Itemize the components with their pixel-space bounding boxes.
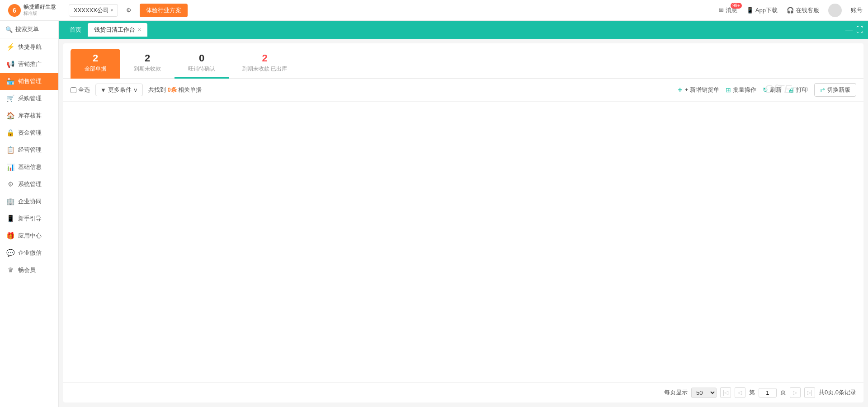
experience-button[interactable]: 体验行业方案 bbox=[140, 4, 188, 17]
message-button[interactable]: ✉ 消息 99+ bbox=[719, 6, 737, 14]
sidebar-item-label-app-center: 应用中心 bbox=[18, 232, 42, 240]
next-page-button[interactable]: ▷ bbox=[790, 387, 801, 398]
plus-icon: + bbox=[678, 86, 682, 94]
sidebar-item-label-enterprise-wechat: 企业微信 bbox=[18, 249, 42, 257]
chevron-down-icon: ▾ bbox=[111, 8, 113, 13]
tab-bar-actions: — ⛶ bbox=[845, 26, 863, 34]
sidebar-item-finance[interactable]: 🔒资金管理 bbox=[0, 124, 58, 141]
service-icon: 🎧 bbox=[787, 7, 794, 14]
message-icon: ✉ bbox=[719, 7, 724, 14]
app-download-button[interactable]: 📱 App下载 bbox=[746, 6, 778, 14]
sidebar-item-quick-nav[interactable]: ⚡快捷导航 bbox=[0, 38, 58, 56]
select-all-input[interactable] bbox=[71, 87, 76, 93]
last-page-button[interactable]: ▷| bbox=[804, 387, 815, 398]
company-selector[interactable]: XXXXXX公司 ▾ bbox=[69, 4, 118, 17]
batch-op-button[interactable]: ⊞ 批量操作 bbox=[726, 86, 756, 94]
sidebar-item-label-system: 系统管理 bbox=[18, 180, 42, 188]
sidebar-item-enterprise-wechat[interactable]: 💬企业微信 bbox=[0, 244, 58, 262]
purchase-icon: 🛒 bbox=[6, 94, 14, 103]
company-name: XXXXXX公司 bbox=[74, 6, 109, 14]
stat-label-all: 全部单据 bbox=[85, 65, 106, 73]
sidebar-item-guide[interactable]: 📱新手引导 bbox=[0, 210, 58, 227]
filter-icon: ▼ bbox=[100, 87, 106, 94]
online-service-button[interactable]: 🎧 在线客服 bbox=[787, 6, 819, 14]
main-content: 2 全部单据 2 到期未收款 0 旺铺待确认 2 到期未收款 已出库 全选 ▼ … bbox=[59, 39, 868, 407]
tab-cash-work[interactable]: 钱货日清工作台 × bbox=[88, 23, 147, 37]
tab-bar: 首页 钱货日清工作台 × — ⛶ bbox=[59, 21, 868, 39]
sidebar-item-member[interactable]: ♛畅会员 bbox=[0, 262, 58, 279]
stat-tab-all[interactable]: 2 全部单据 bbox=[71, 49, 120, 79]
chevron-down-icon: ∨ bbox=[133, 87, 138, 94]
tab-close-icon[interactable]: × bbox=[138, 27, 141, 33]
stat-count-overdue-uncollected: 2 bbox=[145, 52, 150, 64]
result-count: 0条 bbox=[168, 86, 177, 93]
per-page-label: 每页显示 bbox=[664, 388, 688, 397]
print-button[interactable]: 🖨 打印 bbox=[788, 86, 808, 94]
content-area: 2 全部单据 2 到期未收款 0 旺铺待确认 2 到期未收款 已出库 全选 ▼ … bbox=[63, 43, 863, 402]
print-icon: 🖨 bbox=[788, 86, 794, 94]
toolbar: 全选 ▼ 更多条件 ∨ 共找到 0条 相关单据 + + 新增销货单 ⊞ 批量操作 bbox=[63, 79, 863, 102]
sidebar-search[interactable]: 🔍 搜索菜单 bbox=[0, 21, 58, 38]
refresh-label: 刷新 bbox=[770, 86, 782, 94]
sidebar-item-purchase[interactable]: 🛒采购管理 bbox=[0, 90, 58, 107]
page-label: 第 bbox=[749, 388, 755, 397]
stat-tab-wangpu-pending[interactable]: 0 旺铺待确认 bbox=[175, 49, 229, 79]
select-all-checkbox[interactable]: 全选 bbox=[71, 86, 90, 94]
sidebar-item-enterprise-coop[interactable]: 🏢企业协同 bbox=[0, 193, 58, 210]
stat-count-all: 2 bbox=[93, 52, 98, 64]
operations-icon: 📋 bbox=[6, 146, 14, 154]
message-badge: 99+ bbox=[731, 3, 742, 9]
header-right: ✉ 消息 99+ 📱 App下载 🎧 在线客服 账号 bbox=[719, 4, 863, 17]
sidebar: 畅捷通好生意 标准版 🔍 搜索菜单 ⚡快捷导航📢营销推广🏪销售管理🛒采购管理🏠库… bbox=[0, 0, 59, 407]
inventory-icon: 🏠 bbox=[6, 112, 14, 120]
tab-home-label: 首页 bbox=[70, 26, 81, 34]
stat-tab-overdue-unshipped[interactable]: 2 到期未收款 已出库 bbox=[229, 49, 301, 79]
tab-cash-work-label: 钱货日清工作台 bbox=[94, 26, 135, 34]
more-filters-button[interactable]: ▼ 更多条件 ∨ bbox=[95, 84, 143, 96]
top-header: 6 畅捷通好生意 标准版 XXXXXX公司 ▾ ⚙ 体验行业方案 ✉ 消息 99… bbox=[0, 0, 868, 21]
page-input[interactable] bbox=[759, 388, 777, 398]
basic-info-icon: 📊 bbox=[6, 163, 14, 171]
sidebar-item-basic-info[interactable]: 📊基础信息 bbox=[0, 159, 58, 176]
pagination: 每页显示 50 100 |◁ ◁ 第 页 ▷ ▷| 共0页,0条记录 bbox=[63, 382, 863, 402]
per-page-select[interactable]: 50 100 bbox=[691, 388, 717, 398]
print-label: 打印 bbox=[796, 86, 808, 94]
switch-version-button[interactable]: ⇄ 切换新版 bbox=[814, 83, 856, 97]
stat-count-overdue-unshipped: 2 bbox=[262, 52, 268, 64]
batch-icon: ⊞ bbox=[726, 86, 731, 94]
avatar[interactable] bbox=[828, 4, 842, 17]
settings-button[interactable]: ⚙ bbox=[123, 4, 135, 17]
batch-op-label: 批量操作 bbox=[733, 86, 756, 94]
switch-icon: ⇄ bbox=[820, 87, 825, 94]
finance-icon: 🔒 bbox=[6, 129, 14, 137]
stat-tab-overdue-uncollected[interactable]: 2 到期未收款 bbox=[120, 49, 175, 79]
first-page-button[interactable]: |◁ bbox=[720, 387, 731, 398]
tab-minimize-icon[interactable]: — bbox=[845, 26, 853, 34]
sidebar-item-app-center[interactable]: 🎁应用中心 bbox=[0, 227, 58, 244]
enterprise-coop-icon: 🏢 bbox=[6, 197, 14, 206]
prev-page-button[interactable]: ◁ bbox=[735, 387, 745, 398]
stat-count-wangpu-pending: 0 bbox=[199, 52, 204, 64]
total-label: 共0页,0条记录 bbox=[819, 388, 856, 397]
sidebar-item-label-inventory: 库存核算 bbox=[18, 112, 42, 120]
add-sale-button[interactable]: + + 新增销货单 bbox=[678, 86, 719, 94]
result-text: 共找到 0条 相关单据 bbox=[148, 86, 202, 94]
sidebar-item-system[interactable]: ⚙系统管理 bbox=[0, 176, 58, 193]
sidebar-item-inventory[interactable]: 🏠库存核算 bbox=[0, 107, 58, 124]
tab-expand-icon[interactable]: ⛶ bbox=[856, 26, 863, 34]
sidebar-items: ⚡快捷导航📢营销推广🏪销售管理🛒采购管理🏠库存核算🔒资金管理📋经营管理📊基础信息… bbox=[0, 38, 58, 279]
toolbar-right: + + 新增销货单 ⊞ 批量操作 ↻ 刷新 🖨 打印 ⇄ 切换新版 bbox=[678, 83, 856, 97]
sidebar-item-label-basic-info: 基础信息 bbox=[18, 163, 42, 171]
sidebar-item-label-guide: 新手引导 bbox=[18, 215, 42, 223]
refresh-button[interactable]: ↻ 刷新 bbox=[763, 86, 782, 94]
app-center-icon: 🎁 bbox=[6, 232, 14, 240]
tab-home[interactable]: 首页 bbox=[63, 23, 88, 37]
app-version: 标准版 bbox=[24, 10, 56, 17]
add-sale-label: + 新增销货单 bbox=[685, 86, 719, 94]
sidebar-item-operations[interactable]: 📋经营管理 bbox=[0, 141, 58, 159]
gear-icon: ⚙ bbox=[126, 7, 132, 14]
sidebar-item-marketing[interactable]: 📢营销推广 bbox=[0, 56, 58, 73]
more-filters-label: 更多条件 bbox=[108, 86, 132, 94]
enterprise-wechat-icon: 💬 bbox=[6, 249, 14, 257]
sidebar-item-sales[interactable]: 🏪销售管理 bbox=[0, 73, 58, 90]
